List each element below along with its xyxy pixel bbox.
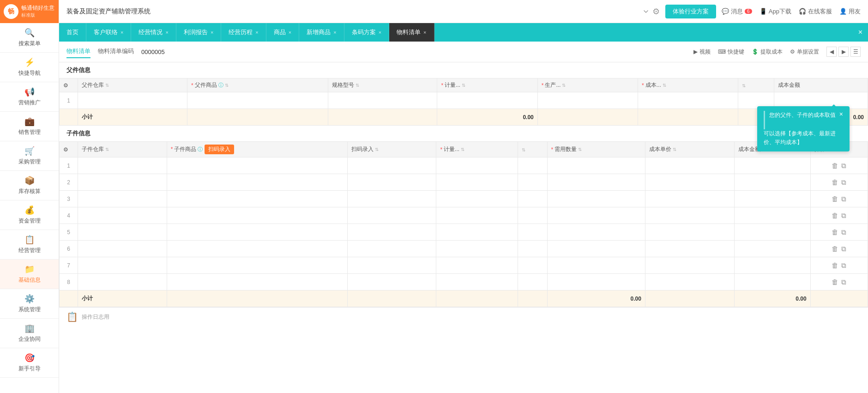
child-warehouse-cell[interactable] — [78, 174, 167, 191]
parent-warehouse-cell[interactable] — [78, 92, 187, 109]
child-quantity-cell[interactable] — [436, 157, 518, 174]
child-spec-cell[interactable] — [347, 191, 436, 207]
sidebar-item-inventory[interactable]: 📦 库存核算 — [0, 171, 59, 200]
child-warehouse-cell[interactable] — [78, 257, 167, 274]
delete-icon[interactable]: 🗑 — [832, 245, 838, 253]
child-warehouse-cell[interactable] — [78, 224, 167, 241]
sort-icon[interactable]: ⇅ — [663, 83, 666, 88]
child-warehouse-cell[interactable] — [78, 157, 167, 174]
delete-icon[interactable]: 🗑 — [832, 278, 838, 286]
sidebar-item-marketing[interactable]: 📢 营销推广 — [0, 82, 59, 112]
child-needed-qty-cell[interactable] — [547, 274, 645, 290]
child-extra-cell[interactable] — [518, 191, 547, 207]
sort-icon[interactable]: ⇅ — [673, 147, 676, 152]
list-btn[interactable]: ☰ — [850, 47, 861, 57]
sidebar-item-sales[interactable]: 💼 销售管理 — [0, 112, 59, 141]
child-needed-qty-cell[interactable] — [547, 257, 645, 274]
child-unit-cost-cell[interactable] — [645, 174, 734, 191]
close-icon[interactable]: × — [121, 30, 123, 35]
single-settings-btn[interactable]: ⚙ 单据设置 — [790, 48, 819, 56]
copy-icon[interactable]: ⧉ — [841, 261, 846, 270]
tab-customer[interactable]: 客户联络 × — [86, 23, 131, 42]
sort-icon[interactable]: ⇅ — [462, 83, 465, 88]
child-cost-amount-cell[interactable] — [734, 191, 810, 207]
child-col-settings[interactable]: ⚙ — [60, 142, 78, 157]
close-icon[interactable]: × — [423, 30, 426, 35]
close-icon[interactable]: × — [165, 30, 168, 35]
child-cost-amount-cell[interactable] — [734, 174, 810, 191]
tab-goods[interactable]: 商品 × — [266, 23, 299, 42]
child-unit-cost-cell[interactable] — [645, 241, 734, 257]
sidebar-item-guide[interactable]: 🎯 新手引导 — [0, 348, 59, 378]
child-spec-cell[interactable] — [347, 274, 436, 290]
child-extra-cell[interactable] — [518, 224, 547, 241]
child-warehouse-cell[interactable] — [78, 191, 167, 207]
parent-cost-cell[interactable] — [638, 92, 738, 109]
child-quantity-cell[interactable] — [436, 274, 518, 290]
child-unit-cost-cell[interactable] — [645, 274, 734, 290]
close-icon[interactable]: × — [333, 30, 336, 35]
close-icon[interactable]: × — [211, 30, 213, 35]
sub-tab-bom-code[interactable]: 物料清单编码 — [98, 45, 134, 58]
child-cost-amount-cell[interactable] — [734, 241, 810, 257]
extract-cost-btn[interactable]: 💲 提取成本 — [752, 48, 783, 56]
child-warehouse-cell[interactable] — [78, 207, 167, 224]
sort-icon[interactable]: ⇅ — [105, 83, 109, 88]
child-goods-cell[interactable] — [167, 274, 347, 290]
sidebar-item-finance[interactable]: 💰 资金管理 — [0, 200, 59, 230]
child-quantity-cell[interactable] — [436, 207, 518, 224]
child-unit-cost-cell[interactable] — [645, 157, 734, 174]
child-extra-cell[interactable] — [518, 174, 547, 191]
copy-icon[interactable]: ⧉ — [841, 162, 846, 170]
sub-tab-bom-list[interactable]: 物料清单 — [66, 45, 90, 58]
sort-icon[interactable]: ⇅ — [356, 83, 359, 88]
child-needed-qty-cell[interactable] — [547, 157, 645, 174]
next-btn[interactable]: ▶ — [838, 47, 849, 57]
sort-icon[interactable]: ⇅ — [461, 147, 464, 152]
close-icon[interactable]: × — [255, 30, 258, 35]
child-spec-cell[interactable] — [347, 207, 436, 224]
tab-new-goods[interactable]: 新增商品 × — [299, 23, 344, 42]
delete-icon[interactable]: 🗑 — [832, 195, 838, 203]
copy-icon[interactable]: ⧉ — [841, 228, 846, 236]
child-goods-cell[interactable] — [167, 241, 347, 257]
tooltip-close-btn[interactable]: × — [839, 111, 843, 117]
settings-gear-icon[interactable]: ⚙ — [652, 6, 660, 17]
sidebar-item-search[interactable]: 🔍 搜索菜单 — [0, 23, 59, 53]
delete-icon[interactable]: 🗑 — [832, 228, 838, 236]
child-spec-cell[interactable] — [347, 157, 436, 174]
child-warehouse-cell[interactable] — [78, 274, 167, 290]
child-needed-qty-cell[interactable] — [547, 224, 645, 241]
child-extra-cell[interactable] — [518, 157, 547, 174]
copy-icon[interactable]: ⧉ — [841, 278, 846, 286]
child-extra-cell[interactable] — [518, 257, 547, 274]
close-icon[interactable]: × — [289, 30, 291, 35]
child-cost-amount-cell[interactable] — [734, 207, 810, 224]
parent-quantity-cell[interactable] — [437, 92, 537, 109]
message-btn[interactable]: 💬 消息 6 — [722, 7, 752, 16]
close-icon[interactable]: × — [379, 30, 381, 35]
delete-icon[interactable]: 🗑 — [832, 261, 838, 270]
child-spec-cell[interactable] — [347, 224, 436, 241]
child-unit-cost-cell[interactable] — [645, 257, 734, 274]
sidebar-item-operation[interactable]: 📋 经营管理 — [0, 230, 59, 260]
child-quantity-cell[interactable] — [436, 191, 518, 207]
app-download-btn[interactable]: 📱 App下载 — [760, 7, 791, 16]
child-warehouse-cell[interactable] — [78, 241, 167, 257]
child-goods-cell[interactable] — [167, 191, 347, 207]
close-all-tabs-btn[interactable]: × — [853, 28, 868, 36]
user-menu-btn[interactable]: 👤 用友 — [839, 7, 861, 16]
child-needed-qty-cell[interactable] — [547, 174, 645, 191]
child-cost-amount-cell[interactable] — [734, 157, 810, 174]
copy-icon[interactable]: ⧉ — [841, 178, 846, 187]
child-unit-cost-cell[interactable] — [645, 191, 734, 207]
sort-icon[interactable]: ⇅ — [742, 83, 746, 88]
child-goods-cell[interactable] — [167, 174, 347, 191]
delete-icon[interactable]: 🗑 — [832, 212, 838, 220]
child-goods-cell[interactable] — [167, 207, 347, 224]
tab-bom-list[interactable]: 物料清单 × — [389, 23, 434, 42]
tab-profit-report[interactable]: 利润报告 × — [176, 23, 221, 42]
child-unit-cost-cell[interactable] — [645, 224, 734, 241]
sort-icon[interactable]: ⇅ — [578, 147, 582, 152]
child-unit-cost-cell[interactable] — [645, 207, 734, 224]
